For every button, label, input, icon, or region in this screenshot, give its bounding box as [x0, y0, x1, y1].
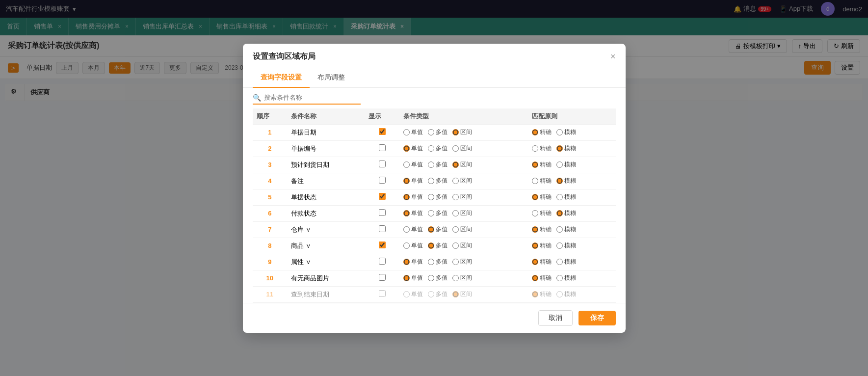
dialog-tab-query-label: 查询字段设置 — [261, 73, 302, 81]
dialog-title: 设置查询区域布局 — [253, 52, 316, 62]
search-icon: 🔍 — [253, 94, 261, 102]
settings-dialog: 设置查询区域布局 × 查询字段设置 布局调整 🔍 顺序 — [243, 44, 626, 107]
dialog-tab-layout-label: 布局调整 — [317, 73, 345, 81]
search-input[interactable] — [264, 94, 352, 101]
modal-overlay: 设置查询区域布局 × 查询字段设置 布局调整 🔍 顺序 — [0, 0, 868, 106]
dialog-search-area: 🔍 — [243, 88, 626, 107]
dialog-header: 设置查询区域布局 × — [243, 44, 626, 68]
dialog-close-button[interactable]: × — [610, 52, 616, 61]
dialog-tab-layout[interactable]: 布局调整 — [310, 68, 353, 88]
dialog-tabs: 查询字段设置 布局调整 — [243, 68, 626, 88]
search-wrap: 🔍 — [253, 94, 361, 105]
dialog-tab-query[interactable]: 查询字段设置 — [253, 68, 310, 88]
